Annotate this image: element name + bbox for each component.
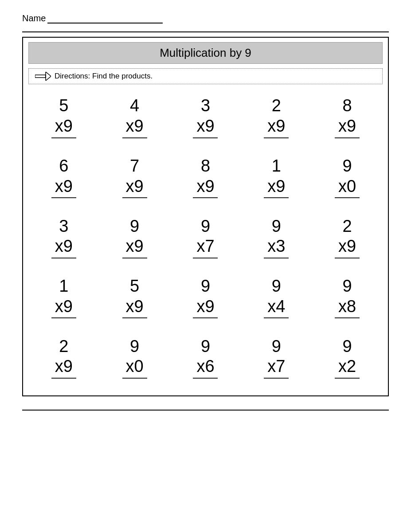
problem-top-number: 9: [272, 334, 281, 356]
problem-row: 6x97x98x91x99x0: [28, 154, 383, 199]
problem-2-3: 9x3: [254, 214, 298, 258]
problem-row: 5x94x93x92x98x9: [28, 94, 383, 138]
problem-row: 2x99x09x69x79x2: [28, 334, 383, 379]
problem-0-1: 4x9: [113, 94, 157, 138]
problem-top-number: 3: [59, 214, 68, 236]
problem-3-0: 1x9: [42, 274, 86, 319]
problem-2-4: 2x9: [325, 214, 369, 258]
problem-0-3: 2x9: [254, 94, 298, 138]
problem-row: 1x95x99x99x49x8: [28, 274, 383, 319]
problem-multiplier: x9: [335, 116, 360, 138]
problem-top-number: 8: [201, 154, 210, 176]
problem-0-4: 8x9: [325, 94, 369, 138]
problem-4-0: 2x9: [42, 334, 86, 379]
name-underline[interactable]: [47, 14, 163, 23]
name-line: Name: [22, 13, 389, 23]
problem-multiplier: x9: [51, 116, 76, 138]
worksheet-page: Name Multiplication by 9 Directions: Fin…: [0, 0, 411, 532]
problem-1-0: 6x9: [42, 154, 86, 199]
directions-box: Directions: Find the products.: [28, 68, 383, 84]
problem-top-number: 6: [59, 154, 68, 176]
problem-multiplier: x9: [51, 236, 76, 258]
problem-multiplier: x9: [193, 116, 218, 138]
problem-top-number: 9: [201, 334, 210, 356]
problem-top-number: 2: [272, 94, 281, 116]
svg-marker-1: [46, 72, 51, 81]
problem-top-number: 5: [130, 274, 139, 297]
problem-multiplier: x9: [264, 176, 289, 199]
problem-multiplier: x7: [264, 356, 289, 379]
problem-top-number: 4: [130, 94, 139, 116]
worksheet-title: Multiplication by 9: [28, 42, 383, 64]
problem-top-number: 1: [272, 154, 281, 176]
bottom-border: [22, 410, 389, 411]
problem-multiplier: x9: [51, 356, 76, 379]
problem-multiplier: x9: [193, 297, 218, 319]
problem-top-number: 9: [272, 214, 281, 236]
problem-4-1: 9x0: [113, 334, 157, 379]
problem-1-2: 8x9: [183, 154, 227, 199]
problem-4-2: 9x6: [183, 334, 227, 379]
problem-top-number: 3: [201, 94, 210, 116]
problem-multiplier: x2: [335, 356, 360, 379]
problem-3-3: 9x4: [254, 274, 298, 319]
problem-1-4: 9x0: [325, 154, 369, 199]
problem-1-3: 1x9: [254, 154, 298, 199]
problem-top-number: 9: [272, 274, 281, 297]
problem-2-0: 3x9: [42, 214, 86, 258]
problem-multiplier: x4: [264, 297, 289, 319]
problem-top-number: 5: [59, 94, 68, 116]
problem-row: 3x99x99x79x32x9: [28, 214, 383, 258]
problem-3-1: 5x9: [113, 274, 157, 319]
problem-4-3: 9x7: [254, 334, 298, 379]
problem-top-number: 1: [59, 274, 68, 297]
problem-top-number: 2: [59, 334, 68, 356]
problem-multiplier: x9: [122, 236, 147, 258]
problem-3-2: 9x9: [183, 274, 227, 319]
problem-multiplier: x0: [335, 176, 360, 199]
problem-top-number: 9: [130, 214, 139, 236]
problem-top-number: 9: [343, 334, 352, 356]
problems-grid: 5x94x93x92x98x96x97x98x91x99x03x99x99x79…: [28, 94, 383, 387]
problem-top-number: 8: [343, 94, 352, 116]
problem-2-1: 9x9: [113, 214, 157, 258]
worksheet-border: Multiplication by 9 Directions: Find the…: [22, 37, 389, 396]
problem-top-number: 9: [343, 154, 352, 176]
problem-multiplier: x9: [122, 297, 147, 319]
svg-rect-0: [35, 75, 46, 78]
problem-multiplier: x0: [122, 356, 147, 379]
problem-0-0: 5x9: [42, 94, 86, 138]
name-label: Name: [22, 13, 46, 23]
problem-multiplier: x9: [193, 176, 218, 199]
problem-top-number: 7: [130, 154, 139, 176]
problem-multiplier: x9: [264, 116, 289, 138]
problem-multiplier: x8: [335, 297, 360, 319]
problem-2-2: 9x7: [183, 214, 227, 258]
problem-0-2: 3x9: [183, 94, 227, 138]
problem-top-number: 9: [201, 214, 210, 236]
problem-multiplier: x9: [335, 236, 360, 258]
problem-multiplier: x6: [193, 356, 218, 379]
problem-4-4: 9x2: [325, 334, 369, 379]
problem-3-4: 9x8: [325, 274, 369, 319]
problem-multiplier: x9: [122, 176, 147, 199]
problem-multiplier: x9: [51, 176, 76, 199]
directions-text: Directions: Find the products.: [55, 72, 153, 81]
top-border: [22, 31, 389, 32]
problem-top-number: 9: [130, 334, 139, 356]
problem-multiplier: x9: [51, 297, 76, 319]
problem-multiplier: x9: [122, 116, 147, 138]
problem-top-number: 9: [201, 274, 210, 297]
problem-multiplier: x7: [193, 236, 218, 258]
problem-multiplier: x3: [264, 236, 289, 258]
arrow-icon: [35, 72, 51, 81]
problem-1-1: 7x9: [113, 154, 157, 199]
problem-top-number: 2: [343, 214, 352, 236]
problem-top-number: 9: [343, 274, 352, 297]
